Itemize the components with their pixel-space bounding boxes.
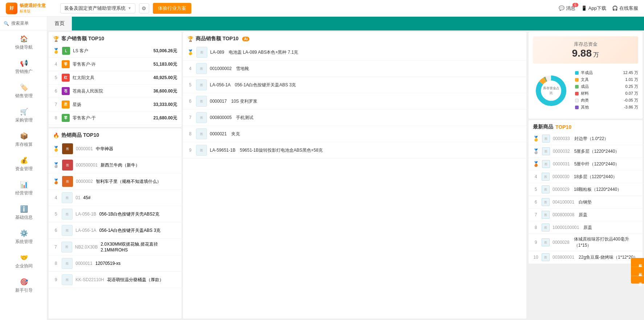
product-rank-item[interactable]: 7 图 000800005 手机测试 — [183, 110, 526, 126]
sidebar-item-inventory[interactable]: 📦 库存核算 — [0, 128, 47, 152]
app-download-button[interactable]: 📱 App下载 — [581, 5, 606, 12]
sidebar-item-sales[interactable]: 🏷️ 销售管理 — [0, 79, 47, 103]
system-icon: ⚙️ — [20, 229, 28, 237]
new-product-thumb: 图 — [542, 135, 550, 143]
new-product-thumb: 图 — [542, 238, 550, 246]
legend-item: 材料 0.07 万 — [575, 91, 638, 96]
community-button[interactable]: 服务社区 — [631, 267, 644, 276]
content-area: 🏆 客户销售额 TOP10 🥇 L LS 客户 53,006.26元 4 — [47, 30, 644, 320]
new-badge: Ai — [242, 37, 249, 41]
hot-product-item[interactable]: 9 图 KK-SD22110H 花语萌恒温分蘗桶盖（厚款） — [49, 272, 182, 288]
float-buttons: 客服热线 服务社区 直播 — [631, 258, 644, 284]
hot-product-item[interactable]: 5 图 LA-056-1B 056-1B白色按键开关壳ABS2克 — [49, 206, 182, 222]
sidebar-label-sales: 销售管理 — [15, 93, 33, 99]
system-selector[interactable]: 装备及固定资产辅助管理系统 ▼ — [60, 3, 135, 13]
new-product-item[interactable]: 4 图 0000030 18多层（1220*2440） — [529, 171, 643, 183]
sidebar-item-basic[interactable]: ℹ️ 基础信息 — [0, 201, 47, 225]
product-rank-item[interactable]: 4 图 001000002 雪地靴 — [183, 61, 526, 77]
customer-rank-item[interactable]: 5 红 红太阳文具 40,925.00元 — [49, 71, 182, 85]
service-label: 在线客服 — [619, 5, 638, 12]
new-product-thumb: 图 — [542, 160, 550, 168]
hot-product-item[interactable]: 🥇 图 0000001 中华神器 — [49, 141, 182, 157]
sidebar-label-home: 快捷导航 — [15, 44, 33, 50]
customer-avatar: 零 — [62, 114, 70, 122]
hot-product-item[interactable]: 🥈 图 000500001 新西兰牛肉（新牛） — [49, 157, 182, 173]
new-product-item[interactable]: 9 图 0000028 体城蔗枝味苏打饮品400毫升（1*15） — [529, 234, 643, 251]
new-product-item[interactable]: 🥉 图 0000031 5厘中纤（1220*2440） — [529, 158, 643, 171]
sidebar-item-operation[interactable]: 📊 经营管理 — [0, 176, 47, 201]
new-product-item[interactable]: 8 图 10000100001 原盖 — [529, 221, 643, 234]
hot-products-title: 🔥 热销商品 TOP10 — [49, 128, 182, 141]
new-product-item[interactable]: 7 图 000800008 原盖 — [529, 209, 643, 221]
purchase-icon: 🛒 — [20, 108, 28, 116]
legend-item: 半成品 12.45 万 — [575, 70, 638, 75]
legend-dot — [575, 85, 579, 89]
hot-product-item[interactable]: 7 图 NB2.0X30B 2.0X30MM双搓花轴,搓花直径2.1MM/ROH… — [49, 239, 182, 255]
hot-product-item[interactable]: 🥉 图 0000002 智利车子里（规格不知道填什么） — [49, 173, 182, 190]
hot-products-list: 🥇 图 0000001 中华神器 🥈 图 000 — [49, 141, 182, 319]
online-service-button[interactable]: 🎧 在线客服 — [612, 5, 638, 12]
product-rank-item[interactable]: 5 图 LA-056-1A 056-1A白色按键开关盖ABS 3克 — [183, 77, 526, 93]
new-product-item[interactable]: 10 图 003800001 22g鱼豆腐-烧烤味（1*12*20） — [529, 251, 643, 264]
trophy-icon: 🏆 — [53, 36, 59, 42]
bronze-medal-icon: 🥉 — [533, 161, 539, 167]
hot-product-item[interactable]: 6 图 LA-056-1A 056-1A白色按键开关盖ABS 3克 — [49, 222, 182, 239]
gold-medal-icon: 🥇 — [533, 136, 539, 141]
customer-rank-item[interactable]: 🥇 L LS 客户 53,006.26元 — [49, 44, 182, 58]
customer-rank-list: 🥇 L LS 客户 53,006.26元 4 零 零售客户-许 51,183.0… — [49, 44, 182, 127]
new-product-thumb: 图 — [542, 223, 550, 231]
product-rank-item[interactable]: 9 图 LA-59651-1B 59651-1B旋转投影灯电池盒ABS黑色+58… — [183, 142, 526, 159]
gold-medal-icon: 🥇 — [187, 49, 193, 55]
hot-product-item[interactable]: 4 图 01 45# — [49, 190, 182, 206]
hot-product-item[interactable]: 8 图 0000011 12070519-xs — [49, 255, 182, 272]
sidebar-item-guide[interactable]: 🎯 新手引导 — [0, 274, 47, 298]
new-product-thumb: 图 — [542, 185, 550, 193]
product-rank-item[interactable]: 🥇 图 LA-089 电池盖 LA-089 ABS本色+黑种 7.1克 — [183, 44, 526, 61]
new-product-thumb: 图 — [542, 147, 550, 155]
trial-button[interactable]: 体验行业方案 — [153, 3, 191, 14]
customer-service-button[interactable]: 客服热线 — [631, 258, 644, 267]
product-rank-item[interactable]: 6 图 0000017 10S 变利罗浆 — [183, 93, 526, 110]
sidebar-item-purchase[interactable]: 🛒 采购管理 — [0, 103, 47, 128]
gold-medal-icon: 🥇 — [53, 146, 59, 152]
live-button[interactable]: 直播 — [631, 276, 644, 284]
search-menu[interactable]: 🔍 搜索菜单 — [0, 17, 47, 30]
product-thumbnail: 图 — [62, 143, 73, 154]
legend-dot — [575, 106, 579, 109]
new-product-item[interactable]: 5 图 0000029 18颗粒板（1220*2440） — [529, 183, 643, 196]
sidebar-item-home[interactable]: 🏠 快捷导航 — [0, 30, 47, 55]
customer-rank-item[interactable]: 4 零 零售客户-许 51,183.00元 — [49, 58, 182, 71]
new-product-item[interactable]: 🥇 图 0000033 封边带（1.0*22） — [529, 132, 643, 145]
new-product-item[interactable]: 6 图 004100001 白钢垫 — [529, 196, 643, 209]
new-products-list: 🥇 图 0000033 封边带（1.0*22） 🥈 图 0000032 5厘多层… — [529, 132, 643, 264]
header: 好 畅捷通好生意 标准版 装备及固定资产辅助管理系统 ▼ ⚙ 体验行业方案 💬 … — [0, 0, 644, 17]
product-thumbnail-placeholder: 图 — [62, 192, 73, 203]
product-trophy-icon: 🏆 — [187, 36, 193, 42]
tab-home[interactable]: 首页 — [47, 17, 72, 30]
product-thumbnail: 图 — [196, 96, 207, 107]
customer-avatar: 苍 — [62, 87, 70, 95]
sidebar-item-system[interactable]: ⚙️ 系统管理 — [0, 225, 47, 249]
customer-rank-item[interactable]: 7 星 星扬 33,333.00元 — [49, 98, 182, 111]
sidebar-item-marketing[interactable]: 📢 营销推广 — [0, 55, 47, 79]
sidebar-item-cooperation[interactable]: 🤝 企业协同 — [0, 249, 47, 274]
new-product-item[interactable]: 🥈 图 0000032 5厘多层（1220*2440） — [529, 145, 643, 158]
left-panel: 🏆 客户销售额 TOP10 🥇 L LS 客户 53,006.26元 4 — [47, 30, 182, 320]
product-sales-title: 🏆 商品销售额 TOP10 Ai — [183, 32, 526, 44]
customer-rank-item[interactable]: 9 云 云扬 7,680.00元 — [49, 125, 182, 127]
settings-button[interactable]: ⚙ — [139, 3, 149, 13]
customer-avatar: 零 — [62, 60, 70, 68]
new-product-thumb: 图 — [542, 253, 550, 261]
inventory-total-box: 库存总资金 9.88 万 — [533, 36, 638, 63]
silver-medal-icon: 🥈 — [53, 162, 59, 168]
message-button[interactable]: 💬 消息 6 — [559, 5, 575, 12]
customer-avatar: 星 — [62, 100, 70, 108]
product-rank-item[interactable]: 8 图 0000021 夹克 — [183, 126, 526, 142]
customer-rank-item[interactable]: 6 苍 苍南县人民医院 36,600.00元 — [49, 85, 182, 98]
hot-products-card: 🔥 热销商品 TOP10 🥇 图 0000001 中华神器 — [49, 128, 182, 319]
sidebar-item-finance[interactable]: 💰 资金管理 — [0, 152, 47, 176]
operation-icon: 📊 — [20, 181, 28, 189]
chevron-down-icon: ▼ — [128, 6, 131, 10]
product-thumbnail: 图 — [62, 160, 73, 171]
customer-rank-item[interactable]: 8 零 零售客户-于 21,680.00元 — [49, 111, 182, 125]
